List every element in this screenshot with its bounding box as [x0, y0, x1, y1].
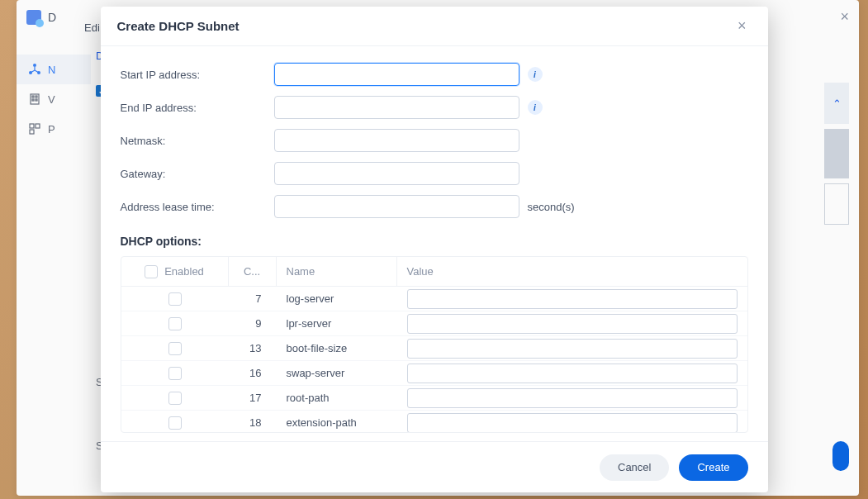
option-value-input[interactable]	[407, 339, 738, 359]
option-checkbox[interactable]	[168, 317, 182, 330]
lease-time-label: Address lease time:	[121, 201, 274, 213]
option-checkbox[interactable]	[168, 367, 182, 380]
table-row: 16swap-server	[121, 361, 747, 386]
gateway-label: Gateway:	[121, 168, 274, 180]
close-icon[interactable]: ×	[733, 14, 752, 38]
modal-overlay: Create DHCP Subnet × Start IP address: i…	[0, 0, 868, 499]
table-header: Enabled C... Name Value	[121, 257, 747, 287]
option-name: boot-file-size	[277, 336, 397, 360]
modal-body: Start IP address: i End IP address: i Ne…	[101, 46, 768, 441]
table-row: 9lpr-server	[121, 311, 747, 336]
dhcp-options-heading: DHCP options:	[121, 235, 748, 248]
lease-time-suffix: second(s)	[528, 201, 575, 213]
option-checkbox[interactable]	[168, 292, 182, 306]
table-row: 13boot-file-size	[121, 336, 747, 361]
table-body: 7log-server9lpr-server13boot-file-size16…	[121, 287, 747, 432]
table-row: 7log-server	[121, 287, 747, 311]
end-ip-label: End IP address:	[121, 102, 274, 114]
gateway-input[interactable]	[274, 162, 519, 185]
option-name: lpr-server	[277, 311, 397, 335]
option-code: 16	[229, 361, 277, 385]
option-code: 13	[229, 336, 277, 360]
col-name-label: Name	[277, 257, 397, 286]
option-value-input[interactable]	[407, 289, 738, 309]
lease-time-input[interactable]	[274, 195, 519, 218]
option-checkbox[interactable]	[168, 342, 182, 355]
info-icon[interactable]: i	[528, 67, 543, 82]
option-name: root-path	[277, 386, 397, 410]
option-value-input[interactable]	[407, 413, 738, 433]
modal-footer: Cancel Create	[101, 441, 768, 492]
option-checkbox[interactable]	[168, 392, 182, 405]
option-code: 17	[229, 386, 277, 410]
option-value-input[interactable]	[407, 364, 738, 383]
option-code: 18	[229, 411, 277, 432]
start-ip-input[interactable]	[274, 63, 519, 86]
select-all-checkbox[interactable]	[145, 265, 158, 278]
info-icon[interactable]: i	[528, 100, 543, 115]
modal-header: Create DHCP Subnet ×	[101, 7, 768, 46]
option-code: 7	[229, 287, 277, 311]
netmask-label: Netmask:	[121, 135, 274, 147]
col-enabled-label: Enabled	[164, 265, 204, 278]
cancel-button[interactable]: Cancel	[600, 454, 669, 481]
table-row: 17root-path	[121, 386, 747, 411]
start-ip-label: Start IP address:	[121, 69, 274, 81]
col-value-label: Value	[397, 257, 747, 286]
modal-title: Create DHCP Subnet	[117, 19, 240, 33]
option-checkbox[interactable]	[168, 416, 182, 430]
col-code-label: C...	[229, 257, 277, 286]
option-name: swap-server	[277, 361, 397, 385]
option-value-input[interactable]	[407, 314, 738, 334]
create-button[interactable]: Create	[679, 454, 747, 481]
dhcp-options-table: Enabled C... Name Value 7log-server9lpr-…	[121, 256, 748, 433]
create-dhcp-subnet-dialog: Create DHCP Subnet × Start IP address: i…	[101, 7, 768, 492]
option-code: 9	[229, 311, 277, 335]
option-value-input[interactable]	[407, 388, 738, 408]
end-ip-input[interactable]	[274, 96, 519, 119]
netmask-input[interactable]	[274, 129, 519, 152]
option-name: extension-path	[277, 411, 397, 432]
option-name: log-server	[277, 287, 397, 311]
table-row: 18extension-path	[121, 411, 747, 432]
